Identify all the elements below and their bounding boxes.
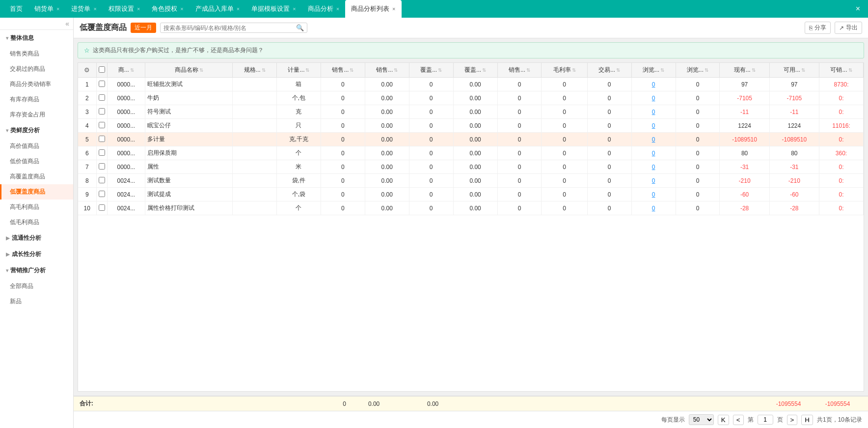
col-browse2[interactable]: 浏览...⇅: [676, 63, 720, 78]
close-icon[interactable]: ×: [93, 6, 96, 12]
sidebar-item-all-goods[interactable]: 全部商品: [0, 279, 73, 294]
row-browse1[interactable]: 0: [631, 133, 676, 146]
sidebar-item-sales-goods[interactable]: 销售类商品: [0, 46, 73, 61]
col-cover2[interactable]: 覆盖...⇅: [453, 63, 497, 78]
next-page-button[interactable]: >: [787, 415, 798, 425]
col-stock1[interactable]: 现有...⇅: [720, 63, 769, 78]
col-sales2[interactable]: 销售...⇅: [365, 63, 409, 78]
first-page-button[interactable]: K: [718, 415, 729, 425]
row-checkbox[interactable]: [96, 188, 107, 201]
sidebar-item-high-profit[interactable]: 高毛利商品: [0, 200, 73, 215]
col-sales1[interactable]: 销售...⇅: [321, 63, 365, 78]
nav-product-storage[interactable]: 产成品入库单 ×: [190, 0, 245, 18]
row-browse1[interactable]: 0: [631, 105, 676, 119]
row-checkbox[interactable]: [96, 133, 107, 146]
col-checkbox[interactable]: [96, 63, 107, 78]
search-box[interactable]: 🔍: [160, 23, 307, 33]
row-cover1: 0: [409, 133, 453, 146]
nav-permission[interactable]: 权限设置 ×: [103, 0, 146, 18]
col-settings[interactable]: ⚙: [78, 63, 96, 78]
close-icon[interactable]: ×: [293, 6, 296, 12]
row-stock1: -31: [720, 160, 769, 174]
search-icon[interactable]: 🔍: [296, 24, 304, 31]
nav-home[interactable]: 首页: [4, 0, 28, 18]
row-browse1[interactable]: 0: [631, 174, 676, 188]
close-icon[interactable]: ×: [137, 6, 140, 12]
export-button[interactable]: ↗ 导出: [835, 22, 862, 34]
sidebar-section-circulation[interactable]: ▶ 流通性分析: [0, 230, 73, 246]
sidebar-item-low-coverage[interactable]: 低覆盖度商品: [0, 184, 73, 200]
row-checkbox[interactable]: [96, 201, 107, 215]
row-browse1[interactable]: 0: [631, 78, 676, 91]
sidebar-item-new-goods[interactable]: 新品: [0, 294, 73, 309]
sidebar-item-in-stock[interactable]: 有库存商品: [0, 92, 73, 107]
col-spec[interactable]: 规格...⇅: [233, 63, 277, 78]
sidebar-item-low-profit[interactable]: 低毛利商品: [0, 215, 73, 230]
row-browse1[interactable]: 0: [631, 91, 676, 105]
sidebar-item-category-rate[interactable]: 商品分类动销率: [0, 77, 73, 92]
row-browse1[interactable]: 0: [631, 160, 676, 174]
data-table-wrapper[interactable]: ⚙ 商...⇅ 商品名称⇅ 规格...⇅ 计量...⇅ 销售...⇅ 销售...…: [78, 62, 864, 392]
col-unit[interactable]: 计量...⇅: [277, 63, 321, 78]
row-browse1[interactable]: 0: [631, 146, 676, 160]
row-cover1: 0: [409, 78, 453, 91]
nav-role-auth[interactable]: 角色授权 ×: [146, 0, 189, 18]
col-browse1[interactable]: 浏览...⇅: [631, 63, 676, 78]
sidebar-item-high-coverage[interactable]: 高覆盖度商品: [0, 169, 73, 184]
row-checkbox[interactable]: [96, 119, 107, 133]
nav-sales-order[interactable]: 销货单 ×: [28, 0, 65, 18]
row-gross: 0: [542, 160, 587, 174]
sidebar-section-marketing[interactable]: ▾ 营销推广分析: [0, 262, 73, 279]
page-size-select[interactable]: 50 20 100: [689, 414, 714, 425]
row-checkbox[interactable]: [96, 160, 107, 174]
row-stock2: 1224: [769, 119, 819, 133]
nav-product-analysis[interactable]: 商品分析 ×: [302, 0, 345, 18]
row-browse2: 0: [676, 174, 720, 188]
window-close-button[interactable]: ×: [852, 4, 864, 13]
nav-purchase-order[interactable]: 进货单 ×: [65, 0, 102, 18]
sidebar-item-high-value[interactable]: 高价值商品: [0, 139, 73, 154]
sidebar-item-low-value[interactable]: 低价值商品: [0, 154, 73, 169]
col-stock3[interactable]: 可销...⇅: [819, 63, 863, 78]
close-icon[interactable]: ×: [180, 6, 183, 12]
row-checkbox[interactable]: [96, 146, 107, 160]
close-icon[interactable]: ×: [56, 6, 59, 12]
page-number-input[interactable]: [758, 415, 773, 425]
nav-product-analysis-list[interactable]: 商品分析列表 ×: [345, 0, 401, 18]
col-name[interactable]: 商品名称⇅: [145, 63, 233, 78]
sidebar-item-stock-capital[interactable]: 库存资金占用: [0, 107, 73, 122]
close-icon[interactable]: ×: [237, 6, 240, 12]
col-code[interactable]: 商...⇅: [107, 63, 145, 78]
row-browse1[interactable]: 0: [631, 119, 676, 133]
sidebar-item-traded-goods[interactable]: 交易过的商品: [0, 61, 73, 77]
filter-period-button[interactable]: 近一月: [131, 23, 156, 33]
row-checkbox[interactable]: [96, 91, 107, 105]
row-browse1[interactable]: 0: [631, 188, 676, 201]
row-browse1[interactable]: 0: [631, 201, 676, 215]
close-icon[interactable]: ×: [392, 6, 395, 12]
row-checkbox[interactable]: [96, 78, 107, 91]
row-name: 眠宝公仔: [145, 119, 233, 133]
sidebar-section-freshness[interactable]: ▾ 类鲜度分析: [0, 122, 73, 139]
nav-template-settings[interactable]: 单据模板设置 ×: [245, 0, 301, 18]
col-stock2[interactable]: 可用...⇅: [769, 63, 819, 78]
row-checkbox[interactable]: [96, 105, 107, 119]
sidebar-section-growth[interactable]: ▶ 成长性分析: [0, 246, 73, 262]
gear-icon[interactable]: ⚙: [84, 66, 90, 74]
col-cover1[interactable]: 覆盖...⇅: [409, 63, 453, 78]
select-all-checkbox[interactable]: [99, 66, 105, 73]
prev-page-button[interactable]: <: [733, 415, 744, 425]
search-input[interactable]: [163, 25, 296, 31]
col-gross[interactable]: 毛利率⇅: [542, 63, 587, 78]
row-stock2: -31: [769, 160, 819, 174]
row-cover1: 0: [409, 174, 453, 188]
row-checkbox[interactable]: [96, 174, 107, 188]
col-trade[interactable]: 交易...⇅: [587, 63, 631, 78]
table-row: 3 0000... 符号测试 克 0 0.00 0 0.00 0 0 0 0 0…: [78, 105, 864, 119]
share-button[interactable]: ⎘ 分享: [805, 22, 831, 34]
close-icon[interactable]: ×: [336, 6, 339, 12]
sidebar-section-overall[interactable]: ▾ 整体信息: [0, 30, 73, 46]
last-page-button[interactable]: H: [801, 415, 813, 425]
col-sales3[interactable]: 销售...⇅: [497, 63, 542, 78]
sidebar-collapse-button[interactable]: «: [0, 18, 73, 30]
